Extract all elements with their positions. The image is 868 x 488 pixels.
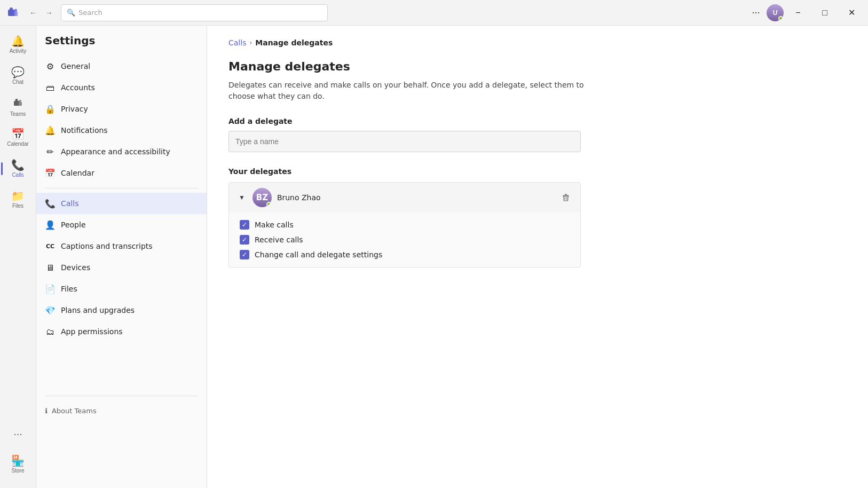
svg-rect-9 xyxy=(565,194,567,195)
privacy-label: Privacy xyxy=(61,105,88,113)
svg-rect-1 xyxy=(14,11,18,16)
search-bar[interactable]: 🔍 Search xyxy=(61,4,328,21)
about-teams-link[interactable]: ℹ About Teams xyxy=(36,400,207,421)
delegate-name-input[interactable] xyxy=(228,131,581,152)
teams-icon xyxy=(13,97,23,109)
sidebar-item-store[interactable]: 🏪 Store xyxy=(3,450,33,479)
privacy-icon: 🔒 xyxy=(45,104,56,114)
minimize-button[interactable]: − xyxy=(786,4,810,21)
store-label: Store xyxy=(12,468,25,474)
user-avatar-button[interactable]: U xyxy=(767,4,784,21)
svg-point-6 xyxy=(19,100,21,102)
delegate-permissions: Make calls Receive calls Change call and… xyxy=(229,212,580,267)
activity-icon: 🔔 xyxy=(11,36,25,46)
calls-settings-icon: 📞 xyxy=(45,198,56,209)
settings-menu-captions[interactable]: CC Captions and transcripts xyxy=(36,235,207,257)
page-title: Manage delegates xyxy=(228,60,847,73)
forward-button[interactable]: → xyxy=(42,5,57,20)
svg-point-7 xyxy=(15,99,18,101)
receive-calls-label: Receive calls xyxy=(255,235,303,244)
accounts-icon: 🗃 xyxy=(45,82,56,93)
page-description: Delegates can receive and make calls on … xyxy=(228,80,591,102)
settings-menu-notifications[interactable]: 🔔 Notifications xyxy=(36,120,207,141)
files-icon: 📁 xyxy=(11,191,25,201)
calls-icon: 📞 xyxy=(11,160,25,170)
trash-icon xyxy=(561,193,571,202)
appearance-label: Appearance and accessibility xyxy=(61,147,170,156)
chat-label: Chat xyxy=(12,79,23,85)
settings-menu-calendar[interactable]: 📅 Calendar xyxy=(36,162,207,184)
svg-point-3 xyxy=(10,7,13,11)
devices-label: Devices xyxy=(61,263,90,272)
sidebar-item-more[interactable]: ··· xyxy=(3,419,33,448)
accounts-label: Accounts xyxy=(61,83,95,92)
window-controls: ··· U − □ ✕ xyxy=(747,4,864,21)
svg-rect-5 xyxy=(19,102,22,106)
sidebar-item-chat[interactable]: 💬 Chat xyxy=(3,61,33,91)
change-settings-checkbox[interactable] xyxy=(240,250,249,259)
delegate-avatar: BZ xyxy=(252,188,272,207)
sidebar-item-files[interactable]: 📁 Files xyxy=(3,185,33,215)
settings-menu-people[interactable]: 👤 People xyxy=(36,214,207,235)
permission-change-settings: Change call and delegate settings xyxy=(240,250,570,259)
files-label: Files xyxy=(12,203,23,209)
store-icon: 🏪 xyxy=(11,455,25,466)
captions-label: Captions and transcripts xyxy=(61,242,153,250)
nav-arrows: ← → xyxy=(26,5,57,20)
back-button[interactable]: ← xyxy=(26,5,41,20)
sidebar-item-calls[interactable]: 📞 Calls xyxy=(3,154,33,184)
breadcrumb-parent[interactable]: Calls xyxy=(228,38,246,47)
permissions-label: App permissions xyxy=(61,327,123,336)
settings-menu-files[interactable]: 📄 Files xyxy=(36,278,207,300)
cal-icon: 📅 xyxy=(45,168,56,178)
delegate-card: ▼ BZ Bruno Zhao xyxy=(228,182,581,267)
settings-menu-calls[interactable]: 📞 Calls xyxy=(36,193,207,214)
notifications-icon: 🔔 xyxy=(45,125,56,136)
permission-make-calls: Make calls xyxy=(240,220,570,230)
title-bar: ← → 🔍 Search ··· U − □ ✕ xyxy=(0,0,868,26)
sidebar-nav: 🔔 Activity 💬 Chat Teams 📅 Calendar 📞 xyxy=(0,26,36,488)
delete-delegate-button[interactable] xyxy=(559,191,573,204)
settings-title: Settings xyxy=(36,34,207,56)
make-calls-label: Make calls xyxy=(255,221,294,229)
sidebar-item-teams[interactable]: Teams xyxy=(3,92,33,122)
people-icon: 👤 xyxy=(45,219,56,230)
collapse-delegate-button[interactable]: ▼ xyxy=(236,193,247,202)
general-label: General xyxy=(61,62,90,70)
settings-sidebar: Settings ⚙ General 🗃 Accounts 🔒 Privacy … xyxy=(36,26,207,488)
settings-menu-devices[interactable]: 🖥 Devices xyxy=(36,257,207,278)
change-settings-label: Change call and delegate settings xyxy=(255,250,382,259)
add-delegate-label: Add a delegate xyxy=(228,117,847,125)
settings-menu-general[interactable]: ⚙ General xyxy=(36,56,207,77)
info-icon: ℹ xyxy=(45,407,48,415)
close-button[interactable]: ✕ xyxy=(839,4,864,21)
plans-icon: 💎 xyxy=(45,305,56,316)
make-calls-checkbox[interactable] xyxy=(240,220,249,230)
sidebar-item-activity[interactable]: 🔔 Activity xyxy=(3,30,33,60)
app-body: 🔔 Activity 💬 Chat Teams 📅 Calendar 📞 xyxy=(0,26,868,488)
activity-label: Activity xyxy=(10,48,27,54)
calendar-icon: 📅 xyxy=(11,129,25,139)
calls-label: Calls xyxy=(12,172,23,178)
appearance-icon: ✏ xyxy=(45,146,56,157)
settings-menu-plans[interactable]: 💎 Plans and upgrades xyxy=(36,300,207,321)
search-icon: 🔍 xyxy=(67,9,75,17)
sidebar-item-calendar[interactable]: 📅 Calendar xyxy=(3,123,33,153)
chat-icon: 💬 xyxy=(11,67,25,77)
receive-calls-checkbox[interactable] xyxy=(240,235,249,245)
calendar-label: Calendar xyxy=(7,141,29,147)
devices-icon: 🖥 xyxy=(45,262,56,273)
captions-icon: CC xyxy=(45,241,56,251)
settings-menu-privacy[interactable]: 🔒 Privacy xyxy=(36,98,207,120)
settings-menu-accounts[interactable]: 🗃 Accounts xyxy=(36,77,207,98)
notifications-label: Notifications xyxy=(61,126,108,135)
settings-menu-permissions[interactable]: 🗂 App permissions xyxy=(36,321,207,342)
search-placeholder: Search xyxy=(78,9,102,17)
settings-menu-appearance[interactable]: ✏ Appearance and accessibility xyxy=(36,141,207,162)
status-dot xyxy=(778,16,783,21)
maximize-button[interactable]: □ xyxy=(812,4,837,21)
general-icon: ⚙ xyxy=(45,61,56,72)
more-options-button[interactable]: ··· xyxy=(747,4,764,21)
breadcrumb-separator: › xyxy=(249,39,252,46)
main-content: Calls › Manage delegates Manage delegate… xyxy=(207,26,868,488)
